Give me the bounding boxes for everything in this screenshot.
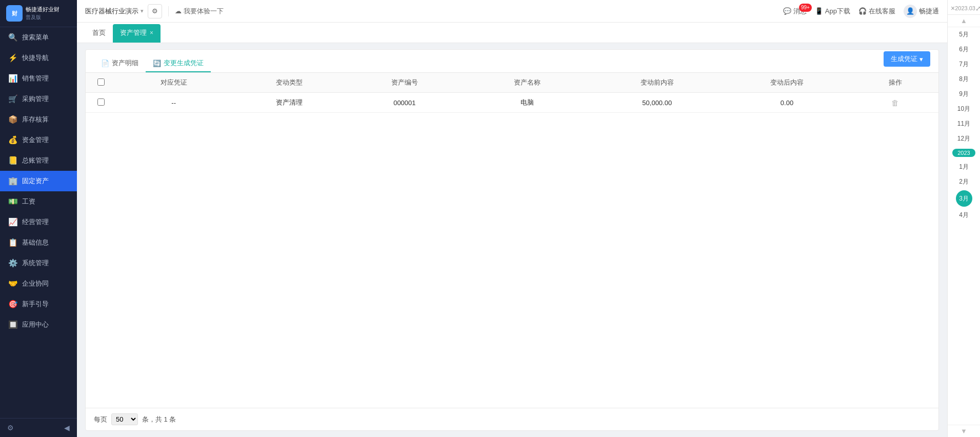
th-checkbox bbox=[86, 73, 116, 93]
settings-icon[interactable]: ⚙ bbox=[7, 424, 14, 432]
doc-icon: 📄 bbox=[101, 59, 109, 67]
message-icon: 💬 bbox=[783, 7, 791, 15]
calendar-scroll-down[interactable]: ▼ bbox=[948, 425, 980, 437]
table-row: -- 资产清理 000001 电脑 50,000.00 0.00 🗑 bbox=[86, 93, 938, 113]
sub-tab-change-voucher[interactable]: 🔄 变更生成凭证 bbox=[146, 55, 211, 72]
total-label: 条，共 1 条 bbox=[142, 415, 176, 424]
nav-icon-operations: 📈 bbox=[8, 217, 18, 227]
th-type: 变动类型 bbox=[231, 73, 347, 93]
th-name: 资产名称 bbox=[462, 73, 592, 93]
sidebar-item-payroll[interactable]: 💵工资 bbox=[0, 191, 77, 212]
th-voucher: 对应凭证 bbox=[116, 73, 231, 93]
nav-icon-fixed-assets: 🏢 bbox=[8, 176, 18, 186]
pagination-bar: 每页 50 10 20 100 条，共 1 条 bbox=[86, 408, 938, 430]
sidebar-item-collab[interactable]: 🤝企业协同 bbox=[0, 273, 77, 294]
calendar-month-8[interactable]: 8月 bbox=[950, 72, 978, 86]
asset-table: 对应凭证 变动类型 资产编号 资产名称 变动前内容 变动后内容 操作 bbox=[86, 73, 938, 113]
sidebar-logo: 财 畅捷通好业财 普及版 bbox=[0, 0, 77, 27]
th-code: 资产编号 bbox=[347, 73, 462, 93]
sidebar-bottom: ⚙ ◀ bbox=[0, 418, 77, 437]
calendar-panel: × 2023.03 ⤢ ▲ 5月 6月 7月 8月 9月 10月 11月 12月… bbox=[947, 0, 980, 437]
calendar-month-12[interactable]: 12月 bbox=[950, 132, 978, 146]
calendar-month-4[interactable]: 4月 bbox=[950, 208, 978, 222]
messages-button[interactable]: 💬 消息 99+ bbox=[783, 7, 807, 16]
calendar-month-11[interactable]: 11月 bbox=[950, 117, 978, 131]
sidebar-item-system[interactable]: ⚙️系统管理 bbox=[0, 253, 77, 273]
nav-icon-sales: 📊 bbox=[8, 74, 18, 83]
calendar-month-5[interactable]: 5月 bbox=[950, 28, 978, 42]
table-wrapper: 对应凭证 变动类型 资产编号 资产名称 变动前内容 变动后内容 操作 bbox=[86, 73, 938, 408]
calendar-expand-button[interactable]: ⤢ bbox=[975, 5, 980, 12]
tab-close-icon[interactable]: × bbox=[150, 29, 153, 36]
topbar: 医疗器械行业演示 ▾ ⚙ ☁ 我要体验一下 💬 消息 99+ 📱 App下载 🎧… bbox=[77, 0, 947, 23]
message-badge: 99+ bbox=[799, 4, 812, 12]
calendar-year-label: 2023.03 bbox=[955, 5, 975, 11]
dropdown-icon: ▾ bbox=[919, 55, 923, 63]
page-size-prefix: 每页 bbox=[94, 415, 107, 424]
trial-button[interactable]: ☁ 我要体验一下 bbox=[175, 7, 224, 16]
calendar-month-10[interactable]: 10月 bbox=[950, 102, 978, 116]
page-size-select[interactable]: 50 10 20 100 bbox=[111, 413, 138, 425]
th-action: 操作 bbox=[852, 73, 938, 93]
calendar-scroll-up[interactable]: ▲ bbox=[948, 15, 980, 27]
download-icon: 📱 bbox=[815, 7, 823, 15]
row-voucher: -- bbox=[116, 93, 231, 113]
delete-icon[interactable]: 🗑 bbox=[891, 98, 899, 107]
calendar-close-button[interactable]: × bbox=[951, 4, 955, 12]
sidebar-item-basics[interactable]: 📋基础信息 bbox=[0, 232, 77, 253]
row-name: 电脑 bbox=[462, 93, 592, 113]
sidebar-item-ledger[interactable]: 📒总账管理 bbox=[0, 150, 77, 171]
collapse-icon[interactable]: ◀ bbox=[64, 424, 70, 432]
sidebar-label-ledger: 总账管理 bbox=[22, 156, 49, 165]
nav-icon-purchase: 🛒 bbox=[8, 94, 18, 104]
sidebar-item-fixed-assets[interactable]: 🏢固定资产 bbox=[0, 171, 77, 191]
sub-tab-asset-detail[interactable]: 📄 资产明细 bbox=[94, 55, 146, 72]
settings-button[interactable]: ⚙ bbox=[148, 4, 162, 18]
sidebar-item-quick-nav[interactable]: ⚡快捷导航 bbox=[0, 48, 77, 68]
th-before: 变动前内容 bbox=[592, 73, 722, 93]
calendar-months: 5月 6月 7月 8月 9月 10月 11月 12月 2023 1月 2月 3月… bbox=[948, 27, 980, 425]
service-icon: 🎧 bbox=[858, 7, 867, 15]
tab-home[interactable]: 首页 bbox=[85, 24, 113, 43]
sidebar-item-operations[interactable]: 📈经营管理 bbox=[0, 212, 77, 232]
calendar-month-7[interactable]: 7月 bbox=[950, 57, 978, 71]
company-selector[interactable]: 医疗器械行业演示 ▾ bbox=[85, 7, 144, 16]
calendar-month-1[interactable]: 1月 bbox=[950, 160, 978, 174]
sidebar-label-purchase: 采购管理 bbox=[22, 94, 49, 104]
gear-icon: ⚙ bbox=[152, 7, 158, 15]
row-checkbox-cell bbox=[86, 93, 116, 113]
sidebar-label-search: 搜索菜单 bbox=[22, 33, 49, 42]
select-all-checkbox[interactable] bbox=[97, 78, 105, 86]
sidebar-label-collab: 企业协同 bbox=[22, 279, 49, 288]
calendar-month-2[interactable]: 2月 bbox=[950, 175, 978, 189]
app-download-button[interactable]: 📱 App下载 bbox=[815, 7, 850, 16]
main-content: 医疗器械行业演示 ▾ ⚙ ☁ 我要体验一下 💬 消息 99+ 📱 App下载 🎧… bbox=[77, 0, 947, 437]
tab-asset-management[interactable]: 资产管理 × bbox=[113, 24, 161, 43]
calendar-month-6[interactable]: 6月 bbox=[950, 43, 978, 56]
calendar-month-9[interactable]: 9月 bbox=[950, 87, 978, 101]
th-after: 变动后内容 bbox=[722, 73, 852, 93]
sidebar-item-search[interactable]: 🔍搜索菜单 bbox=[0, 27, 77, 48]
tab-nav: 首页 资产管理 × bbox=[77, 23, 947, 43]
sidebar-item-purchase[interactable]: 🛒采购管理 bbox=[0, 89, 77, 109]
generate-voucher-button[interactable]: 生成凭证 ▾ bbox=[884, 51, 930, 67]
calendar-month-3-active[interactable]: 3月 bbox=[956, 190, 972, 207]
calendar-header: × 2023.03 ⤢ bbox=[948, 0, 980, 15]
sidebar-item-apps[interactable]: 🔲应用中心 bbox=[0, 314, 77, 335]
sidebar-label-operations: 经营管理 bbox=[22, 217, 49, 227]
sidebar-item-sales[interactable]: 📊销售管理 bbox=[0, 68, 77, 89]
nav-icon-system: ⚙️ bbox=[8, 259, 18, 268]
online-service-button[interactable]: 🎧 在线客服 bbox=[858, 7, 895, 16]
row-action: 🗑 bbox=[852, 93, 938, 113]
logo-text: 畅捷通好业财 bbox=[26, 6, 59, 13]
sidebar-item-inventory[interactable]: 📦库存核算 bbox=[0, 109, 77, 130]
nav-icon-collab: 🤝 bbox=[8, 279, 18, 288]
sidebar-item-finance[interactable]: 💰资金管理 bbox=[0, 130, 77, 150]
nav-icon-apps: 🔲 bbox=[8, 320, 18, 329]
row-checkbox[interactable] bbox=[97, 98, 105, 106]
sidebar-item-guide[interactable]: 🎯新手引导 bbox=[0, 294, 77, 314]
sidebar: 财 畅捷通好业财 普及版 🔍搜索菜单⚡快捷导航📊销售管理🛒采购管理📦库存核算💰资… bbox=[0, 0, 77, 437]
user-menu[interactable]: 👤 畅捷通 bbox=[904, 5, 939, 18]
topbar-right: 💬 消息 99+ 📱 App下载 🎧 在线客服 👤 畅捷通 bbox=[783, 5, 939, 18]
row-after: 0.00 bbox=[722, 93, 852, 113]
